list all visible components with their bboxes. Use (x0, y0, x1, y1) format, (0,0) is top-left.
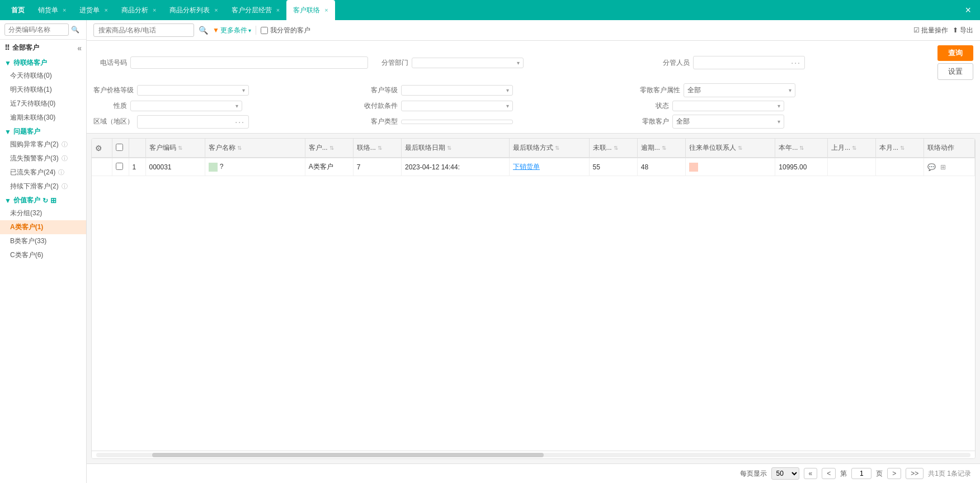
page-size-select[interactable]: 50 100 (771, 467, 799, 480)
sidebar-search-input[interactable] (4, 23, 69, 36)
sidebar-item-7days-pending[interactable]: 近7天待联络(0) (0, 97, 86, 111)
nav-tab-home[interactable]: 首页 (4, 0, 31, 20)
sidebar-item-today-pending[interactable]: 今天待联络(0) (0, 69, 86, 83)
sidebar-all-customers[interactable]: ⠿ 全部客户 « (0, 40, 86, 56)
more-conditions-button[interactable]: ▼ 更多条件 ▾ (213, 26, 251, 35)
sidebar-item-churned[interactable]: 已流失客户(24) ⓘ (0, 165, 86, 179)
filter-status: 状态 ▾ (635, 101, 899, 111)
retail-customer-select[interactable]: 全部 ▾ (672, 115, 784, 129)
export-button[interactable]: ⬆ 导出 (953, 26, 973, 35)
close-customer-segment-tab[interactable]: × (276, 7, 280, 13)
scrollbar-thumb[interactable] (152, 453, 544, 457)
sidebar-item-a-class[interactable]: A类客户(1) (0, 220, 86, 234)
next-page-button[interactable]: > (887, 468, 901, 479)
customer-level-select[interactable]: ▾ (401, 85, 513, 96)
sidebar-item-tomorrow-pending[interactable]: 明天待联络(1) (0, 83, 86, 97)
row-this-month (876, 158, 924, 176)
settings-button[interactable]: 设置 (937, 63, 973, 80)
prev-page-button[interactable]: < (822, 468, 836, 479)
nav-tab-goods-analysis-list[interactable]: 商品分析列表 × (163, 0, 224, 20)
dept-select[interactable]: ▾ (412, 58, 524, 68)
nav-tab-purchase[interactable]: 进货单 × (73, 0, 114, 20)
settings-icon-sidebar[interactable]: ⊞ (50, 196, 56, 205)
sidebar-item-c-class[interactable]: C类客户(6) (0, 248, 86, 262)
close-sales-tab[interactable]: × (63, 7, 66, 13)
payment-select[interactable]: ▾ (401, 101, 513, 111)
last-page-button[interactable]: >> (906, 468, 924, 479)
sidebar-item-overdue-pending[interactable]: 逾期未联络(30) (0, 111, 86, 125)
sort-icon-method[interactable]: ⇅ (555, 145, 559, 151)
sidebar-item-abnormal-purchase[interactable]: 囤购异常客户(2) ⓘ (0, 138, 86, 151)
horizontal-scrollbar[interactable] (92, 451, 975, 458)
nav-tab-sales[interactable]: 销货单 × (31, 0, 73, 20)
sort-icon-this-month[interactable]: ⇅ (900, 145, 904, 151)
nature-select[interactable]: ▾ (130, 101, 242, 111)
customer-type-select[interactable] (401, 120, 513, 124)
info-icon-1: ⓘ (62, 140, 68, 149)
filter-customer-type: 客户类型 (364, 117, 628, 126)
sort-icon-code[interactable]: ⇅ (178, 145, 182, 151)
status-label: 状态 (635, 101, 669, 111)
row-select-checkbox[interactable] (116, 163, 123, 170)
retail-attr-label: 零散客户属性 (635, 86, 680, 95)
sidebar-item-churn-warning[interactable]: 流失预警客户(3) ⓘ (0, 151, 86, 165)
sort-icon-type[interactable]: ⇅ (329, 145, 334, 151)
sort-icon-contact[interactable]: ⇅ (378, 145, 382, 151)
filter-search-button[interactable]: 🔍 (199, 26, 208, 35)
my-customers-checkbox[interactable] (261, 27, 268, 34)
scrollbar-track[interactable] (96, 453, 970, 457)
query-button[interactable]: 查询 (937, 45, 973, 61)
sort-icon-year[interactable]: ⇅ (799, 145, 804, 151)
sidebar-group-problem[interactable]: ▼ 问题客户 (0, 125, 86, 138)
sort-icon-no-contact[interactable]: ⇅ (614, 145, 618, 151)
table-gear-icon[interactable]: ⚙ (95, 144, 102, 153)
sidebar-collapse-icon[interactable]: « (77, 44, 82, 53)
region-select[interactable]: ··· (137, 115, 249, 129)
retail-attr-select[interactable]: 全部 ▾ (684, 83, 795, 97)
sidebar-group-value[interactable]: ▼ 价值客户 ↻ ⊞ (0, 193, 86, 206)
nav-tab-customer-segment[interactable]: 客户分层经营 × (225, 0, 286, 20)
close-customer-contact-tab[interactable]: × (324, 7, 328, 13)
sort-icon-unit[interactable]: ⇅ (738, 145, 742, 151)
row-unit-contact (685, 158, 775, 176)
close-all-btn[interactable]: × (960, 4, 976, 16)
close-purchase-tab[interactable]: × (104, 7, 107, 13)
comment-icon[interactable]: 💬 (927, 163, 936, 171)
filter-region: 区域（地区） ··· (93, 115, 357, 129)
filter-row-3: 性质 ▾ 收付款条件 ▾ 状态 (93, 101, 973, 111)
nav-tab-goods-analysis[interactable]: 商品分析 × (115, 0, 163, 20)
sidebar-search-icon[interactable]: 🔍 (71, 26, 79, 34)
price-level-select[interactable]: ▾ (137, 85, 249, 96)
my-customers-checkbox-area[interactable]: 我分管的客户 (261, 26, 310, 35)
person-select[interactable]: ··· (693, 56, 805, 69)
row-overdue: 48 (637, 158, 685, 176)
sort-icon-date[interactable]: ⇅ (447, 145, 451, 151)
phone-input[interactable] (130, 56, 368, 69)
phone-label: 电话号码 (93, 58, 127, 68)
first-page-button[interactable]: « (804, 468, 818, 479)
sort-icon-name[interactable]: ⇅ (237, 145, 242, 151)
filter-retail-attr: 零散客户属性 全部 ▾ (635, 83, 899, 97)
col-settings: ⚙ (92, 139, 112, 158)
sidebar-item-b-class[interactable]: B类客户(33) (0, 234, 86, 248)
sort-icon-overdue[interactable]: ⇅ (662, 145, 666, 151)
refresh-icon[interactable]: ↻ (43, 197, 48, 205)
unit-contact-badge (689, 163, 698, 172)
status-select[interactable]: ▾ (672, 101, 784, 111)
select-all-checkbox[interactable] (116, 144, 123, 151)
sort-icon-last-month[interactable]: ⇅ (852, 145, 856, 151)
contact-method-link[interactable]: 下销货单 (513, 163, 540, 171)
current-page-input[interactable] (851, 468, 871, 479)
person-dots-icon: ··· (791, 58, 801, 67)
close-goods-analysis-list-tab[interactable]: × (214, 7, 218, 13)
sidebar-group-pending[interactable]: ▼ 待联络客户 (0, 56, 86, 69)
sidebar-item-ungrouped[interactable]: 未分组(32) (0, 206, 86, 220)
share-icon[interactable]: ⊞ (940, 163, 946, 171)
filter-search-input[interactable] (93, 23, 194, 37)
nav-tab-customer-contact[interactable]: 客户联络 × (286, 0, 334, 20)
payment-label: 收付款条件 (364, 101, 398, 111)
col-checkbox (112, 139, 129, 158)
batch-op-button[interactable]: ☑ 批量操作 (913, 26, 948, 35)
sidebar-item-declining[interactable]: 持续下滑客户(2) ⓘ (0, 179, 86, 193)
close-goods-analysis-tab[interactable]: × (153, 7, 156, 13)
